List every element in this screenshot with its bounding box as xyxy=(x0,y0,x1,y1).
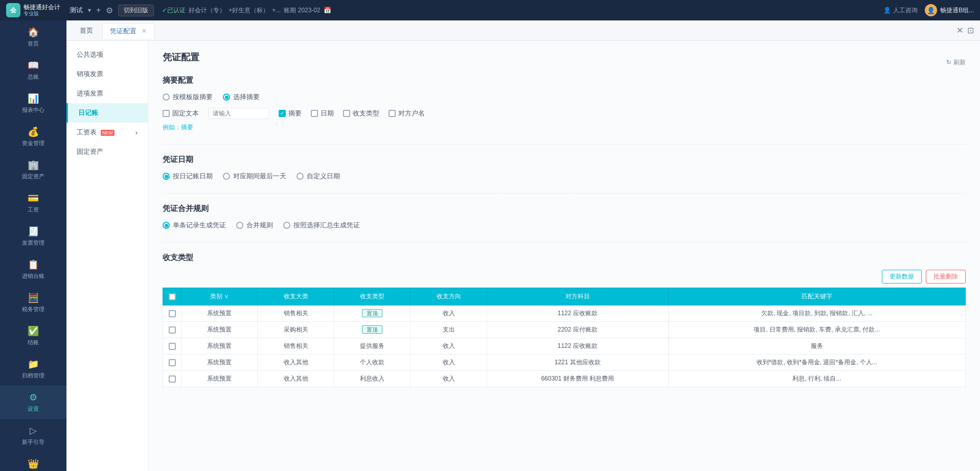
sidebar-item-funds[interactable]: 💰 资金管理 xyxy=(0,120,66,153)
sidebar-item-purchase[interactable]: 📋 进销台账 xyxy=(0,253,66,286)
radio-custom-circle xyxy=(297,173,304,180)
radio-merge-rule[interactable]: 合并规则 xyxy=(236,221,273,230)
row-check-0[interactable] xyxy=(169,310,176,317)
row-main-type-2: 销售相关 xyxy=(258,338,334,355)
sidebar-label-purchase: 进销台账 xyxy=(22,272,44,280)
sidebar-label-funds: 资金管理 xyxy=(22,139,44,147)
row-check-3[interactable] xyxy=(169,359,176,366)
row-checkbox-4[interactable] xyxy=(163,371,181,387)
radio-journal-date[interactable]: 按日记账日期 xyxy=(163,172,213,181)
left-nav-public[interactable]: 公共选项 xyxy=(66,45,148,64)
checkbox-summary[interactable]: 摘要 xyxy=(279,109,302,118)
sidebar-label-tax: 税务管理 xyxy=(22,305,44,313)
tab-bar: 首页 凭证配置 ✕ ✕ ⊡ xyxy=(66,20,980,41)
sidebar-item-archive[interactable]: 📁 归档管理 xyxy=(0,352,66,386)
checkbox-payment-type[interactable]: 收支类型 xyxy=(343,109,379,118)
checkbox-counterpart[interactable]: 对方户名 xyxy=(389,109,425,118)
window-close-button[interactable]: ✕ xyxy=(956,26,963,35)
sidebar-item-member[interactable]: 👑 畅会员 xyxy=(0,452,66,471)
row-check-1[interactable] xyxy=(169,326,176,334)
logo-text: 畅捷通好会计 专业版 xyxy=(24,4,60,17)
sidebar-item-invoice[interactable]: 🧾 发票管理 xyxy=(0,220,66,253)
row-category-3: 系统预置 xyxy=(181,355,258,371)
window-expand-button[interactable]: ⊡ xyxy=(967,26,974,35)
select-all-checkbox[interactable] xyxy=(169,293,176,300)
radio-period-last-day[interactable]: 对应期间最后一天 xyxy=(223,172,286,181)
user-menu[interactable]: 👤 畅捷通B组... xyxy=(925,4,974,16)
funds-icon: 💰 xyxy=(28,126,39,137)
radio-single-circle xyxy=(163,222,170,229)
update-data-button[interactable]: 更新数据 xyxy=(882,270,922,284)
row-account-3: 1221 其他应收款 xyxy=(487,355,668,371)
avatar: 👤 xyxy=(925,4,937,16)
row-account-1: 2202 应付账款 xyxy=(487,322,668,338)
row-direction-4: 收入 xyxy=(411,371,487,387)
checkbox-payment-type-box xyxy=(343,110,350,117)
batch-delete-button[interactable]: 批量删除 xyxy=(926,270,966,284)
sidebar-item-salary[interactable]: 💳 工资 xyxy=(0,186,66,220)
row-direction-0: 收入 xyxy=(411,305,487,322)
switch-version-button[interactable]: 切到旧版 xyxy=(118,5,154,16)
sidebar-item-ledger[interactable]: 📖 总账 xyxy=(0,54,66,87)
tax-icon: 🧮 xyxy=(28,292,39,303)
radio-select-summary[interactable]: 选择摘要 xyxy=(223,92,260,102)
sidebar-item-assets[interactable]: 🏢 固定资产 xyxy=(0,153,66,186)
member-icon: 👑 xyxy=(28,458,39,469)
th-checkbox[interactable] xyxy=(163,288,181,305)
fixed-text-input[interactable] xyxy=(208,108,269,119)
company-name: 测试 xyxy=(70,6,83,15)
dropdown-arrow-icon[interactable]: ▾ xyxy=(88,7,91,14)
refresh-button[interactable]: ↻ 刷新 xyxy=(946,58,966,67)
left-nav-purchase-invoice[interactable]: 进项发票 xyxy=(66,84,148,103)
calendar-icon[interactable]: 📅 xyxy=(324,7,331,14)
sidebar-label-settings: 设置 xyxy=(28,405,39,413)
user-name: 畅捷通B组... xyxy=(940,6,974,15)
checkbox-fixed-text[interactable]: 固定文本 xyxy=(163,109,199,118)
left-nav-panel: 公共选项 销项发票 进项发票 日记账 工资表 NEW › xyxy=(66,41,148,471)
tab-close-icon[interactable]: ✕ xyxy=(142,28,147,35)
radio-single-record[interactable]: 单条记录生成凭证 xyxy=(163,221,226,230)
sidebar-label-invoice: 发票管理 xyxy=(22,239,44,247)
row-checkbox-2[interactable] xyxy=(163,338,181,355)
row-checkbox-0[interactable] xyxy=(163,305,181,322)
sidebar-label-close: 结账 xyxy=(28,339,39,346)
salary-icon: 💳 xyxy=(28,193,39,204)
row-category-1: 系统预置 xyxy=(181,322,258,338)
tab-voucher-config[interactable]: 凭证配置 ✕ xyxy=(102,23,154,39)
sidebar-item-reports[interactable]: 📊 报表中心 xyxy=(0,87,66,120)
sidebar-item-guide[interactable]: ▷ 新手引导 xyxy=(0,419,66,452)
add-button[interactable]: + xyxy=(96,6,101,15)
page-top: 凭证配置 ↻ 刷新 xyxy=(163,51,966,74)
tab-home[interactable]: 首页 xyxy=(73,23,100,38)
table-row: 系统预置 采购相关 置顶 支出 2202 应付账款 项目, 日常费用, 报销款,… xyxy=(163,322,966,338)
left-nav-journal[interactable]: 日记账 xyxy=(66,103,148,123)
radio-template-summary[interactable]: 按模板版摘要 xyxy=(163,92,213,102)
content-area: 首页 凭证配置 ✕ ✕ ⊡ 公共选项 销项发票 进项发 xyxy=(66,20,980,471)
checkbox-date[interactable]: 日期 xyxy=(311,109,334,118)
sidebar-label-salary: 工资 xyxy=(28,206,39,214)
divider-3 xyxy=(163,242,966,243)
sidebar-item-tax[interactable]: 🧮 税务管理 xyxy=(0,286,66,319)
left-nav-payroll[interactable]: 工资表 NEW › xyxy=(66,123,148,142)
th-direction: 收支方向 xyxy=(411,288,487,305)
radio-selected-summary[interactable]: 按照选择汇总生成凭证 xyxy=(283,221,360,230)
row-checkbox-3[interactable] xyxy=(163,355,181,371)
sidebar-item-settings[interactable]: ⚙ 设置 xyxy=(0,386,66,419)
radio-journal-circle xyxy=(163,173,170,180)
row-check-2[interactable] xyxy=(169,343,176,350)
archive-icon: 📁 xyxy=(28,359,39,370)
radio-custom-date[interactable]: 自定义日期 xyxy=(297,172,340,181)
left-nav-fixed-assets[interactable]: 固定资产 xyxy=(66,142,148,161)
left-nav-sales-invoice[interactable]: 销项发票 xyxy=(66,64,148,84)
row-checkbox-1[interactable] xyxy=(163,322,181,338)
row-main-type-0: 销售相关 xyxy=(258,305,334,322)
type-tag-0[interactable]: 置顶 xyxy=(362,309,382,317)
th-category: 类别 ∨ xyxy=(181,288,258,305)
type-tag-1[interactable]: 置顶 xyxy=(362,325,382,334)
help-button[interactable]: 👤 人工咨询 xyxy=(883,6,918,15)
row-check-4[interactable] xyxy=(169,375,176,383)
sidebar-item-home[interactable]: 🏠 首页 xyxy=(0,20,66,54)
sidebar-item-close[interactable]: ✅ 结账 xyxy=(0,319,66,352)
settings-button[interactable]: ⚙ xyxy=(106,6,113,15)
row-category-0: 系统预置 xyxy=(181,305,258,322)
